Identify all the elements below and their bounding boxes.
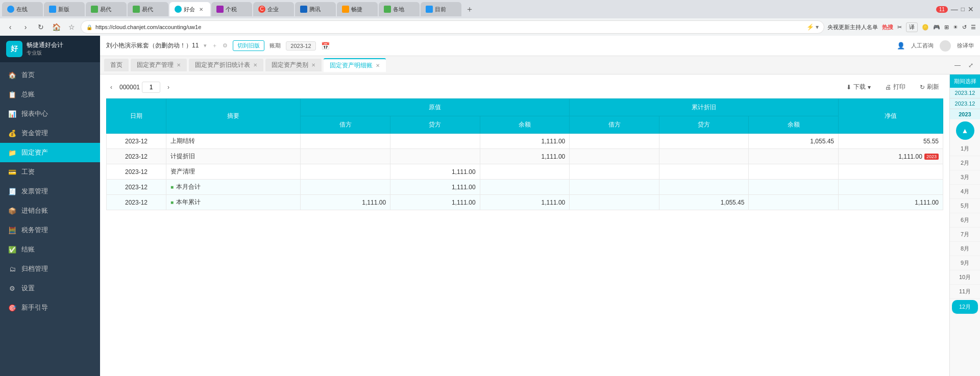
- period-selected-2[interactable]: 2023.12: [950, 98, 980, 109]
- row1-orig-debit: [301, 134, 390, 149]
- period-month-4[interactable]: 4月: [950, 185, 980, 199]
- coin-icon[interactable]: 🪙: [922, 24, 929, 31]
- period-month-6[interactable]: 6月: [950, 213, 980, 228]
- print-btn[interactable]: 🖨 打印: [881, 81, 910, 93]
- browser-tab-gedi[interactable]: 各地: [379, 2, 420, 16]
- page-tab-fixed-assets-mgmt[interactable]: 固定资产管理 ✕: [131, 59, 187, 71]
- bookmark-button[interactable]: ☆: [65, 21, 78, 33]
- period-month-3[interactable]: 3月: [950, 170, 980, 185]
- calendar-icon[interactable]: 📅: [321, 42, 330, 50]
- address-box[interactable]: 🔒 https://cloud.chanjet.com/accounting/u…: [81, 20, 824, 34]
- window-minimize[interactable]: —: [951, 5, 958, 13]
- guide-icon: 🎯: [8, 304, 16, 312]
- theme-icon[interactable]: ☀: [953, 24, 958, 31]
- refresh-btn[interactable]: ↻ 刷新: [916, 81, 943, 93]
- close-tab-depreciation-stats[interactable]: ✕: [253, 62, 257, 68]
- th-date: 日期: [107, 99, 166, 134]
- row1-dep-credit: [659, 134, 749, 149]
- period-month-7[interactable]: 7月: [950, 228, 980, 242]
- reload-button[interactable]: ↻: [35, 21, 47, 33]
- window-maximize[interactable]: □: [961, 6, 965, 13]
- period-month-5[interactable]: 5月: [950, 199, 980, 213]
- sidebar-label-purchase: 进销台账: [21, 206, 48, 215]
- sidebar-item-ledger[interactable]: 📋 总账: [0, 85, 100, 104]
- browser-tab-tencent[interactable]: 腾讯: [295, 2, 336, 16]
- download-btn[interactable]: ⬇ 下载 ▾: [842, 81, 875, 93]
- sidebar-item-archive[interactable]: 🗂 归档管理: [0, 259, 100, 279]
- th-orig-credit: 贷方: [390, 116, 480, 134]
- page-num-input[interactable]: [142, 82, 160, 93]
- sidebar-item-funds[interactable]: 💰 资金管理: [0, 123, 100, 143]
- back-button[interactable]: ‹: [4, 21, 16, 33]
- browser-tab-muqian[interactable]: 目前: [421, 2, 461, 16]
- address-icons: ⚡ ▾: [806, 23, 819, 31]
- dropdown-arrow[interactable]: ▾: [204, 42, 207, 49]
- period-month-10[interactable]: 10月: [950, 270, 980, 285]
- game-icon[interactable]: 🎮: [933, 24, 940, 31]
- browser-tab-close[interactable]: ✕: [199, 7, 203, 12]
- help-text[interactable]: 人工咨询: [911, 42, 934, 49]
- home-button[interactable]: 🏠: [50, 21, 62, 33]
- period-month-9[interactable]: 9月: [950, 256, 980, 270]
- menu-icon[interactable]: ☰: [971, 24, 976, 31]
- page-tab-asset-detail[interactable]: 固定资产明细账 ✕: [324, 58, 386, 72]
- row5-orig-credit: 1,111.00: [390, 195, 480, 210]
- settings-gear-btn[interactable]: ⚙: [223, 42, 228, 49]
- browser-tab-yidai1[interactable]: 易代: [86, 2, 127, 16]
- user-name[interactable]: 徐译华: [957, 42, 974, 49]
- sidebar-item-settings[interactable]: ⚙ 设置: [0, 279, 100, 298]
- maximize-pane-btn[interactable]: ⤢: [966, 60, 976, 70]
- window-close[interactable]: ✕: [968, 5, 974, 13]
- minimize-pane-btn[interactable]: —: [952, 60, 963, 70]
- sidebar-item-home[interactable]: 🏠 首页: [0, 65, 100, 85]
- switch-to-old-btn[interactable]: 切到旧版: [233, 40, 264, 51]
- browser-tab-yidai2[interactable]: 易代: [128, 2, 168, 16]
- scissors-icon[interactable]: ✂: [897, 24, 902, 31]
- translate-icon[interactable]: 译: [906, 22, 918, 32]
- period-month-8[interactable]: 8月: [950, 242, 980, 256]
- page-tab-depreciation-stats[interactable]: 固定资产折旧统计表 ✕: [189, 59, 263, 71]
- sidebar-item-purchase-sales[interactable]: 📦 进销台账: [0, 201, 100, 220]
- sidebar-item-salary[interactable]: 💳 工资: [0, 162, 100, 182]
- back-to-top-btn[interactable]: ▲: [956, 121, 974, 140]
- browser-tab-new[interactable]: 新版: [44, 2, 85, 16]
- browser-tab-online[interactable]: 在线: [2, 2, 43, 16]
- tab-window-controls: — ⤢: [952, 60, 976, 70]
- close-tab-asset-detail[interactable]: ✕: [376, 63, 380, 68]
- browser-tab-geshui[interactable]: 个税: [211, 2, 252, 16]
- app-container: 好 畅捷通好会计 专业版 🏠 首页 📋 总账 📊 报表中心 💰 资金管理: [0, 36, 980, 376]
- sidebar-item-reports[interactable]: 📊 报表中心: [0, 104, 100, 123]
- prev-page-btn[interactable]: ‹: [106, 82, 116, 92]
- browser-tab-haohui[interactable]: 好会 ✕: [169, 2, 210, 16]
- period-month-1[interactable]: 1月: [950, 142, 980, 156]
- grid-icon[interactable]: ⊞: [944, 24, 949, 31]
- row1-summary: 上期结转: [166, 134, 301, 149]
- browser-tab-changjie[interactable]: 畅捷: [337, 2, 378, 16]
- hot-search-label[interactable]: 热搜: [882, 23, 893, 31]
- add-account-btn[interactable]: ＋: [212, 42, 217, 49]
- sidebar-item-invoice[interactable]: 🧾 发票管理: [0, 182, 100, 201]
- forward-button[interactable]: ›: [19, 21, 32, 33]
- next-page-btn[interactable]: ›: [163, 82, 174, 92]
- period-month-12[interactable]: 12月: [952, 300, 978, 314]
- page-tab-asset-category[interactable]: 固定资产类别 ✕: [265, 59, 322, 71]
- sidebar-item-tax[interactable]: 🧮 税务管理: [0, 220, 100, 240]
- sidebar-item-close[interactable]: ✅ 结账: [0, 240, 100, 259]
- year-label[interactable]: 2023: [950, 109, 980, 119]
- period-value[interactable]: 2023-12: [286, 41, 315, 51]
- sidebar-item-fixed-assets[interactable]: 📁 固定资产: [0, 143, 100, 162]
- new-tab-button[interactable]: ＋: [462, 2, 477, 16]
- page-tab-home[interactable]: 首页: [104, 59, 129, 71]
- undo-icon[interactable]: ↺: [962, 24, 967, 31]
- sidebar-item-guide[interactable]: 🎯 新手引导: [0, 298, 100, 317]
- browser-chrome: 在线 新版 易代 易代 好会 ✕ 个税 C 企业 腾讯: [0, 0, 980, 36]
- sidebar-label-home: 首页: [21, 70, 35, 80]
- close-tab-fixed-assets-mgmt[interactable]: ✕: [177, 62, 181, 68]
- row3-net-value: [839, 164, 943, 180]
- period-selected-1[interactable]: 2023.12: [950, 88, 980, 98]
- close-tab-asset-category[interactable]: ✕: [311, 62, 315, 68]
- period-month-2[interactable]: 2月: [950, 156, 980, 170]
- row2-orig-debit: [301, 149, 390, 164]
- period-month-11[interactable]: 11月: [950, 285, 980, 299]
- browser-tab-enterprise[interactable]: C 企业: [253, 2, 294, 16]
